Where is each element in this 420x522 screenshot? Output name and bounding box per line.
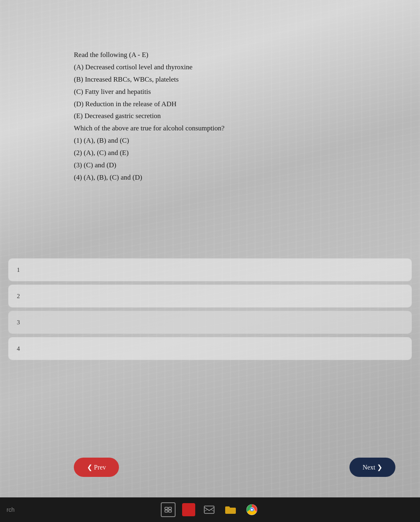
question-area: Read the following (A - E) (A) Decreased… [74,49,395,184]
svg-rect-0 [165,507,168,509]
question-main: Which of the above are true for alcohol … [74,123,395,134]
answer-3: (3) (C) and (D) [74,160,395,171]
option-e: (E) Decreased gastric secretion [74,110,395,122]
taskbar-folder-icon[interactable] [223,502,238,517]
screen-content: Read the following (A - E) (A) Decreased… [0,0,420,522]
option-b: (B) Increased RBCs, WBCs, platelets [74,74,395,86]
svg-line-5 [204,509,208,511]
prev-button[interactable]: ❮ Prev [74,458,119,477]
option-d: (D) Reduction in the release of ADH [74,98,395,110]
answer-1: (1) (A), (B) and (C) [74,135,395,147]
answer-2: (2) (A), (C) and (E) [74,147,395,159]
nav-area: ❮ Prev Next ❯ [74,458,395,477]
taskbar-envelope-icon[interactable] [202,502,217,517]
svg-rect-2 [165,510,168,512]
answer-option-1[interactable]: 1 [8,258,412,281]
taskbar-red-icon[interactable] [182,503,195,516]
question-text: Read the following (A - E) (A) Decreased… [74,49,395,184]
taskbar-window-icon[interactable] [161,502,176,517]
svg-rect-4 [204,506,214,513]
option-c: (C) Fatty liver and hepatitis [74,86,395,98]
taskbar-search-text: rch [7,506,14,513]
intro-line: Read the following (A - E) [74,49,395,61]
option-number-1: 1 [17,267,27,274]
answer-option-4[interactable]: 4 [8,337,412,360]
svg-rect-1 [169,507,171,509]
svg-line-6 [211,509,214,511]
options-area: 1 2 3 4 [8,258,412,360]
option-number-4: 4 [17,345,27,352]
option-a: (A) Decreased cortisol level and thyroxi… [74,62,395,73]
next-button[interactable]: Next ❯ [349,458,395,477]
taskbar: rch [0,497,420,522]
svg-rect-3 [169,510,171,512]
taskbar-chrome-icon[interactable] [244,502,259,517]
option-number-2: 2 [17,293,27,300]
option-number-3: 3 [17,319,27,326]
svg-point-10 [251,509,253,511]
answer-4: (4) (A), (B), (C) and (D) [74,172,395,184]
answer-option-3[interactable]: 3 [8,311,412,334]
answer-option-2[interactable]: 2 [8,285,412,308]
